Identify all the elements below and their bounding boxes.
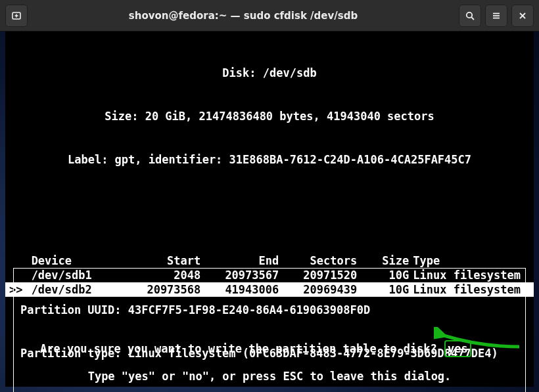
window-titlebar: shovon@fedora:~ — sudo cfdisk /dev/sdb (0, 0, 539, 32)
window-title: shovon@fedora:~ — sudo cfdisk /dev/sdb (33, 10, 454, 22)
menu-button[interactable] (485, 5, 507, 27)
hamburger-icon (491, 11, 502, 21)
new-tab-icon (11, 11, 22, 21)
svg-line-4 (471, 17, 474, 20)
svg-point-3 (467, 12, 472, 17)
confirm-prompt: Are you sure you want to write the parti… (13, 326, 471, 372)
dialog-hint: Type "yes" or "no", or press ESC to leav… (5, 369, 534, 383)
terminal-output[interactable]: Disk: /dev/sdb Size: 20 GiB, 21474836480… (5, 32, 534, 387)
disk-label-line: Label: gpt, identifier: 31E868BA-7612-C2… (5, 152, 534, 167)
col-device: Device (32, 253, 129, 268)
search-button[interactable] (459, 5, 481, 27)
col-start: Start (129, 253, 200, 268)
col-sectors: Sectors (279, 253, 357, 268)
col-end: End (200, 253, 279, 268)
confirm-question: Are you sure you want to write the parti… (40, 342, 444, 355)
col-type: Type (409, 253, 534, 268)
confirm-answer-input[interactable]: yes (444, 340, 471, 357)
close-button[interactable] (511, 5, 534, 27)
col-size: Size (357, 253, 409, 268)
search-icon (465, 11, 475, 21)
partition-uuid: Partition UUID: 43FCF7F5-1F98-E240-86A4-… (20, 303, 519, 317)
disk-header: Disk: /dev/sdb (5, 66, 534, 80)
table-header: Device Start End Sectors Size Type (5, 253, 534, 268)
disk-size-line: Size: 20 GiB, 21474836480 bytes, 4194304… (5, 109, 534, 123)
new-tab-button[interactable] (5, 5, 28, 27)
close-icon (517, 11, 528, 21)
